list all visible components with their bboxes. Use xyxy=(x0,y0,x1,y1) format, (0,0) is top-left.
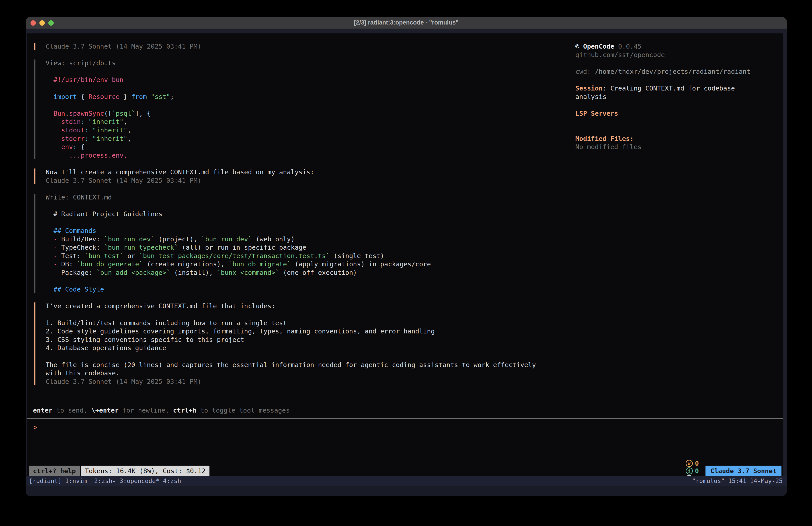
text-segment: - xyxy=(54,236,57,243)
message-accent-bar xyxy=(34,43,35,51)
text-line: 3. CSS styling conventions specific to t… xyxy=(46,336,575,344)
tmux-window-2-zsh-[interactable]: 2:zsh- xyxy=(94,478,116,484)
text-segment: 2. Code style guidelines covering import… xyxy=(46,327,435,335)
text-line: 4. Database operations guidance xyxy=(46,344,575,352)
text-line: ## Code Style xyxy=(46,285,575,294)
text-segment xyxy=(46,143,61,151)
model-chip[interactable]: Claude 3.7 Sonnet xyxy=(706,466,782,476)
tokens-cost-chip: Tokens: 16.4K (8%), Cost: $0.12 xyxy=(81,466,209,476)
chat-block-message: Now I'll create a comprehensive CONTEXT.… xyxy=(34,168,575,185)
text-segment: TypeCheck: xyxy=(57,244,104,251)
text-line: Write: CONTEXT.md xyxy=(46,193,575,202)
status-bar: ctrl+? help Tokens: 16.4K (8%), Cost: $0… xyxy=(27,466,783,476)
minimize-button[interactable] xyxy=(40,20,45,26)
text-segment xyxy=(46,285,54,293)
text-segment: Package: xyxy=(57,269,96,276)
text-segment xyxy=(88,135,92,142)
text-line: stderr: "inherit", xyxy=(46,134,575,143)
text-segment: ## Commands xyxy=(54,227,96,234)
tmux-window-list: [radiant] 1:nvim 2:zsh- 3:opencode* 4:zs… xyxy=(29,476,181,486)
w-circle-icon: w xyxy=(686,460,693,467)
text-line xyxy=(46,311,575,319)
text-segment: ## Code Style xyxy=(54,285,104,293)
close-button[interactable] xyxy=(30,20,36,26)
text-segment: spawnSync xyxy=(69,110,104,117)
text-line: LSP Servers xyxy=(575,110,780,118)
text-segment: \+enter xyxy=(91,407,118,414)
text-segment: for newline, xyxy=(118,407,173,414)
text-line: © OpenCode 0.0.45 xyxy=(575,42,780,51)
tool-accent-bar xyxy=(34,59,35,159)
text-line: Claude 3.7 Sonnet (14 May 2025 03:41 PM) xyxy=(46,176,575,185)
text-segment xyxy=(85,118,88,126)
chat-block-message: I've created a comprehensive CONTEXT.md … xyxy=(34,302,575,386)
text-line: Session: Creating CONTEXT.md for codebas… xyxy=(575,84,780,93)
text-line: 2. Code style guidelines covering import… xyxy=(46,327,575,336)
input-divider xyxy=(27,418,783,419)
text-segment: { xyxy=(77,93,88,100)
window-titlebar[interactable]: [2/3] radiant:3:opencode - "romulus" xyxy=(26,17,787,29)
zoom-button[interactable] xyxy=(48,20,54,26)
text-segment xyxy=(46,269,54,276)
text-segment: (web only) xyxy=(252,236,294,243)
text-segment: - xyxy=(54,252,57,260)
text-line: ## Commands xyxy=(46,227,575,235)
text-segment: stdout xyxy=(61,126,85,134)
tmux-window-4-zsh[interactable]: 4:zsh xyxy=(163,478,181,484)
tmux-status-bar: [radiant] 1:nvim 2:zsh- 3:opencode* 4:zs… xyxy=(26,476,787,496)
i-diagnostic-counter: i0 xyxy=(686,467,699,475)
text-segment xyxy=(147,93,151,100)
text-segment: stdin xyxy=(61,118,81,126)
text-segment: 4. Database operations guidance xyxy=(46,344,166,352)
text-line: No modified files xyxy=(575,143,780,151)
text-line: - Test: `bun test` or `bun test packages… xyxy=(46,252,575,260)
text-segment: Test: xyxy=(57,252,85,260)
text-line xyxy=(575,76,780,84)
message-accent-bar xyxy=(34,169,35,184)
text-line: - TypeCheck: `bun run typecheck` (all) o… xyxy=(46,243,575,252)
text-line xyxy=(46,84,575,93)
tmux-session-name: [radiant] xyxy=(29,478,65,484)
w-diagnostic-counter: w0 xyxy=(686,459,699,467)
text-segment xyxy=(46,244,54,251)
tmux-window-3-opencode-[interactable]: 3:opencode* xyxy=(119,478,159,484)
desktop: [2/3] radiant:3:opencode - "romulus" Cla… xyxy=(0,0,812,526)
counter-value: 0 xyxy=(695,459,699,467)
text-segment: - xyxy=(54,244,57,251)
text-segment: enter xyxy=(33,407,52,414)
text-segment xyxy=(46,152,69,159)
text-segment: `bun test packages/core/test/transaction… xyxy=(139,252,330,260)
text-line: env: { xyxy=(46,143,575,151)
text-segment: "inherit" xyxy=(92,135,128,142)
text-segment: `bun db generate` xyxy=(77,260,143,268)
window-title: [2/3] radiant:3:opencode - "romulus" xyxy=(26,19,787,26)
text-segment: `bun run dev` xyxy=(104,236,155,243)
text-segment: (install), xyxy=(170,269,217,276)
text-segment: : xyxy=(81,118,85,126)
text-segment: import xyxy=(54,93,77,100)
text-line: 1. Build/lint/test commands including ho… xyxy=(46,319,575,327)
text-segment: : xyxy=(85,135,88,142)
text-segment: `bun run typecheck` xyxy=(104,244,178,251)
text-segment: Now I'll create a comprehensive CONTEXT.… xyxy=(46,168,314,176)
text-segment xyxy=(46,236,54,243)
status-left: ctrl+? help Tokens: 16.4K (8%), Cost: $0… xyxy=(29,466,209,476)
text-segment xyxy=(46,135,61,142)
text-segment: I've created a comprehensive CONTEXT.md … xyxy=(46,302,275,310)
prompt-input[interactable]: > xyxy=(33,423,778,464)
text-segment: © OpenCode xyxy=(575,43,614,50)
text-line: analysis xyxy=(575,93,780,101)
text-line: Modified Files: xyxy=(575,134,780,143)
text-segment xyxy=(46,110,54,117)
text-segment: Claude 3.7 Sonnet (14 May 2025 03:41 PM) xyxy=(46,378,201,385)
chat-block-tool: Write: CONTEXT.md # Radiant Project Guid… xyxy=(34,193,575,294)
counter-value: 0 xyxy=(695,467,699,475)
session-sidebar: © OpenCode 0.0.45github.com/sst/opencode… xyxy=(575,42,780,151)
text-line: - Package: `bun add <package>` (install)… xyxy=(46,269,575,277)
text-segment xyxy=(46,118,61,126)
text-segment: ([ xyxy=(104,110,112,117)
tmux-window-1-nvim[interactable]: 1:nvim xyxy=(65,478,87,484)
text-segment: cwd: xyxy=(575,68,595,75)
text-segment: { xyxy=(77,143,85,151)
text-segment: , xyxy=(128,135,131,142)
